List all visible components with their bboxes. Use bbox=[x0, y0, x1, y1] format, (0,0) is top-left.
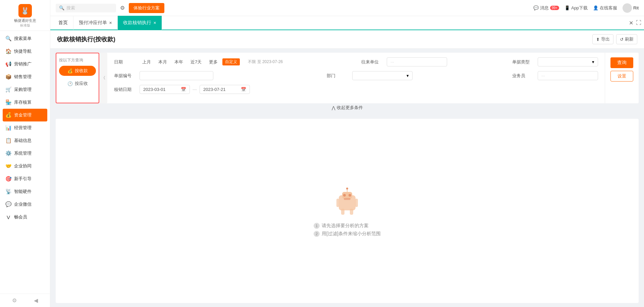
svg-rect-4 bbox=[344, 198, 351, 200]
tab-receipt-offset[interactable]: 收款核销执行 ✕ bbox=[118, 16, 162, 30]
topbar-right: 💬 消息 99+ 📱 App下载 👤 在线客服 Rit bbox=[533, 3, 639, 13]
topbar-gear-icon[interactable]: ⚙ bbox=[120, 5, 125, 11]
content-area: 收款核销执行(按收款) ⬆ 导出 ↺ 刷新 按以下方查询 bbox=[50, 30, 644, 307]
topbar-search-box[interactable]: 🔍 搜索 bbox=[56, 4, 116, 12]
topbar-search-placeholder: 搜索 bbox=[66, 5, 75, 11]
tab-receipt-offset-close-icon[interactable]: ✕ bbox=[153, 21, 156, 25]
counterparty-label: 往来单位 bbox=[361, 59, 381, 65]
sidebar-item-finance[interactable]: 💰 资金管理 bbox=[3, 109, 47, 121]
filter-option-by-receipt[interactable]: 💰 按收款 bbox=[59, 66, 96, 76]
date-sub-label: 不限 至 2023-07-26 bbox=[248, 59, 283, 65]
online-service-button[interactable]: 👤 在线客服 bbox=[593, 5, 617, 11]
collapse-icon: ⋀ bbox=[332, 105, 335, 110]
query-button[interactable]: 查询 bbox=[610, 57, 633, 68]
sidebar-item-marketing[interactable]: 📢 营销推广 bbox=[0, 58, 50, 70]
date-btn-last-month[interactable]: 上月 bbox=[140, 58, 154, 66]
message-icon: 💬 bbox=[533, 5, 539, 10]
sidebar-item-quick-nav[interactable]: 🏠 快捷导航 bbox=[0, 45, 50, 58]
settings-bottom-icon[interactable]: ⚙ bbox=[12, 297, 17, 304]
date-btn-custom[interactable]: 自定义 bbox=[222, 58, 240, 65]
department-label: 部门 bbox=[327, 73, 347, 79]
main-area: 🔍 搜索 ⚙ 体验行业方案 💬 消息 99+ 📱 App下载 👤 在线客服 Ri… bbox=[50, 0, 644, 307]
date-btn-more[interactable]: 更多 bbox=[206, 58, 220, 66]
marketing-icon: 📢 bbox=[5, 61, 11, 67]
sidebar-item-basic-info[interactable]: 📋 基础信息 bbox=[0, 134, 50, 147]
empty-step-2: 2 用[过滤]条件来缩小分析范围 bbox=[314, 231, 381, 237]
receipt-icon: 💰 bbox=[67, 68, 73, 73]
filter-collapse-button[interactable]: 《 bbox=[99, 53, 107, 103]
collapse-more-conditions[interactable]: ⋀ 收起更多条件 bbox=[62, 105, 632, 111]
svg-rect-8 bbox=[350, 209, 353, 215]
topbar: 🔍 搜索 ⚙ 体验行业方案 💬 消息 99+ 📱 App下载 👤 在线客服 Ri… bbox=[50, 0, 644, 16]
svg-point-10 bbox=[346, 188, 348, 190]
date-btn-this-month[interactable]: 本月 bbox=[156, 58, 170, 66]
bill-type-select[interactable]: ▾ bbox=[538, 57, 598, 66]
finance-icon: 💰 bbox=[5, 112, 11, 118]
sidebar-item-label: 采购管理 bbox=[14, 87, 32, 93]
counterparty-select[interactable]: ··· bbox=[387, 57, 447, 66]
sidebar-item-label: 畅会员 bbox=[14, 214, 27, 220]
filter-left-panel: 按以下方查询 💰 按收款 🕐 按应收 bbox=[56, 53, 99, 103]
tab-prepay[interactable]: 预付冲应付单 ✕ bbox=[73, 16, 118, 30]
sidebar-item-hardware[interactable]: 📡 智能硬件 bbox=[0, 185, 50, 198]
chevron-down-icon: ▾ bbox=[592, 59, 594, 64]
sidebar-item-operations[interactable]: 📊 经营管理 bbox=[0, 121, 50, 134]
sidebar-item-system[interactable]: ⚙️ 系统管理 bbox=[0, 147, 50, 160]
settings-button[interactable]: 设置 bbox=[610, 71, 633, 82]
sidebar-nav: 🔍 搜索菜单 🏠 快捷导航 📢 营销推广 📦 销售管理 🛒 采购管理 🏪 库存核… bbox=[0, 31, 50, 294]
collapse-sidebar-icon[interactable]: ◀ bbox=[34, 297, 38, 304]
export-icon: ⬆ bbox=[596, 37, 600, 42]
sidebar-item-search[interactable]: 🔍 搜索菜单 bbox=[0, 32, 50, 45]
filter-right-panel: 日期 上月 本月 本年 近7天 更多 自定义 不限 至 2023-07-26 bbox=[107, 53, 605, 103]
avatar bbox=[623, 3, 632, 13]
sidebar-item-guide[interactable]: 🎯 新手引导 bbox=[0, 172, 50, 185]
sidebar-item-enterprise[interactable]: 🤝 企业协同 bbox=[0, 160, 50, 172]
hardware-icon: 📡 bbox=[5, 189, 11, 195]
date-btn-this-year[interactable]: 本年 bbox=[172, 58, 186, 66]
export-button[interactable]: ⬆ 导出 bbox=[592, 34, 613, 44]
verify-date-range: 2023-03-01 📅 — 2023-07-21 📅 bbox=[140, 85, 250, 94]
date-label: 日期 bbox=[114, 59, 134, 65]
filter-row-2: 单据编号 部门 ▾ 业务员 ··· bbox=[114, 71, 598, 80]
department-select[interactable]: ▾ bbox=[352, 71, 413, 80]
app-download-button[interactable]: 📱 App下载 bbox=[565, 5, 588, 11]
query-settings-col: 查询 设置 bbox=[605, 53, 639, 103]
empty-illustration bbox=[330, 185, 364, 219]
date-quick-buttons: 上月 本月 本年 近7天 更多 自定义 bbox=[140, 58, 240, 66]
filter-by-receivable-label: 按应收 bbox=[75, 81, 88, 87]
date-btn-7days[interactable]: 近7天 bbox=[188, 58, 204, 66]
page-header-actions: ⬆ 导出 ↺ 刷新 bbox=[592, 34, 637, 44]
logo-icon: 🐰 bbox=[18, 4, 32, 17]
step-2-text: 用[过滤]条件来缩小分析范围 bbox=[322, 231, 381, 237]
sidebar-item-label: 资金管理 bbox=[14, 112, 32, 118]
sidebar-item-member[interactable]: V 畅会员 bbox=[0, 211, 50, 223]
tab-home[interactable]: 首页 bbox=[53, 16, 73, 30]
verify-date-start-input[interactable]: 2023-03-01 📅 bbox=[140, 85, 190, 94]
user-avatar-area[interactable]: Rit bbox=[623, 3, 639, 13]
username-label: Rit bbox=[633, 5, 639, 10]
industry-solution-button[interactable]: 体验行业方案 bbox=[129, 3, 164, 13]
close-tab-icon[interactable]: ✕ bbox=[629, 20, 633, 26]
filter-section-title: 按以下方查询 bbox=[59, 57, 96, 63]
salesman-select[interactable]: ··· bbox=[538, 71, 598, 80]
tab-prepay-close-icon[interactable]: ✕ bbox=[109, 21, 112, 25]
filter-option-by-receivable[interactable]: 🕐 按应收 bbox=[59, 79, 96, 89]
sidebar-item-wechat[interactable]: 💬 企业微信 bbox=[0, 198, 50, 211]
tabbar-actions: ✕ ⛶ bbox=[629, 20, 641, 26]
message-button[interactable]: 💬 消息 99+ bbox=[533, 5, 559, 11]
operations-icon: 📊 bbox=[5, 125, 11, 131]
inventory-icon: 🏪 bbox=[5, 99, 11, 105]
sidebar-bottom: ⚙ ◀ bbox=[0, 294, 50, 307]
sidebar-item-label: 新手引导 bbox=[14, 176, 32, 182]
tab-receipt-offset-label: 收款核销执行 bbox=[123, 20, 151, 26]
verify-date-end-input[interactable]: 2023-07-21 📅 bbox=[200, 85, 250, 94]
service-icon: 👤 bbox=[593, 5, 598, 10]
sidebar-item-sales[interactable]: 📦 销售管理 bbox=[0, 70, 50, 83]
guide-icon: 🎯 bbox=[5, 176, 11, 182]
bill-no-input[interactable] bbox=[140, 71, 213, 80]
expand-tab-icon[interactable]: ⛶ bbox=[636, 20, 641, 26]
sidebar-item-label: 基础信息 bbox=[14, 138, 32, 144]
refresh-button[interactable]: ↺ 刷新 bbox=[616, 34, 637, 44]
sidebar-item-inventory[interactable]: 🏪 库存核算 bbox=[0, 96, 50, 109]
sidebar-item-purchase[interactable]: 🛒 采购管理 bbox=[0, 83, 50, 96]
